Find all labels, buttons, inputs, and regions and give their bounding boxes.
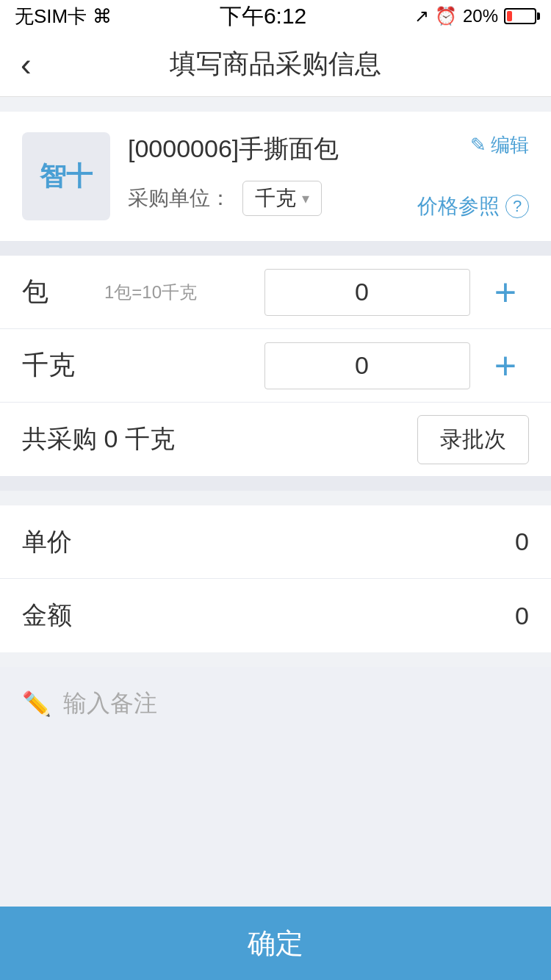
battery-fill [507,11,512,21]
price-ref-label: 价格参照 [417,192,500,220]
carrier-text: 无SIM卡 [15,4,87,29]
unit-selector[interactable]: 千克 ▾ [242,181,322,216]
wifi-icon: ⌘ [93,5,112,28]
input-section: 包 1包=10千克 + 千克 + [0,256,551,403]
bao-sublabel: 1包=10千克 [104,281,197,304]
bao-input-row: 包 1包=10千克 + [0,256,551,329]
unit-price-label: 单价 [22,525,72,559]
unit-price-value: 0 [515,527,529,556]
kg-input-row: 千克 + [0,329,551,403]
unit-value: 千克 [255,184,296,212]
edit-pencil-icon: ✎ [470,134,486,156]
note-section[interactable]: ✏️ 输入备注 [0,667,551,741]
summary-row: 共采购 0 千克 录批次 [0,403,551,476]
batch-button[interactable]: 录批次 [417,415,529,464]
kg-input-wrap: + [96,342,529,389]
product-image: 智十 [22,132,110,220]
battery-icon [504,8,536,24]
amount-value: 0 [515,602,529,630]
bao-label: 包 [22,274,96,310]
amount-label: 金额 [22,599,72,633]
price-section: 单价 0 金额 0 [0,505,551,652]
back-button[interactable]: ‹ [21,48,32,81]
status-right: ↗ ⏰ 20% [414,6,536,26]
edit-button[interactable]: ✎ 编辑 [470,132,529,158]
confirm-button[interactable]: 确定 [0,907,551,980]
price-ref-help-icon[interactable]: ? [505,195,529,218]
kg-input[interactable] [264,342,470,389]
kg-label: 千克 [22,347,96,383]
alarm-icon: ⏰ [435,6,457,26]
summary-text: 共采购 0 千克 [22,422,175,456]
nav-icon: ↗ [414,6,429,26]
bao-input[interactable] [264,269,470,316]
section-divider-1 [0,241,551,256]
kg-plus-button[interactable]: + [482,342,529,389]
section-divider-2 [0,476,551,491]
note-placeholder: 输入备注 [63,688,157,720]
price-ref-button[interactable]: 价格参照 ? [417,192,529,220]
amount-row: 金额 0 [0,579,551,652]
page-title: 填写商品采购信息 [170,46,381,82]
edit-label: 编辑 [491,132,529,158]
status-time: 下午6:12 [220,1,306,32]
bao-plus-button[interactable]: + [482,269,529,316]
product-card: 智十 [0000006]手撕面包 采购单位： 千克 ▾ ✎ 编辑 价格参照 ? [0,112,551,241]
status-left: 无SIM卡 ⌘ [15,4,112,29]
product-logo: 智十 [40,159,93,195]
unit-arrow-icon: ▾ [302,190,309,207]
unit-price-row: 单价 0 [0,505,551,579]
battery-percent: 20% [463,6,498,26]
unit-label: 采购单位： [128,184,231,212]
product-name: [0000006]手撕面包 [128,132,529,166]
status-bar: 无SIM卡 ⌘ 下午6:12 ↗ ⏰ 20% [0,0,551,32]
bao-input-wrap: + [197,269,529,316]
nav-bar: ‹ 填写商品采购信息 [0,32,551,97]
note-pencil-icon: ✏️ [22,690,51,718]
